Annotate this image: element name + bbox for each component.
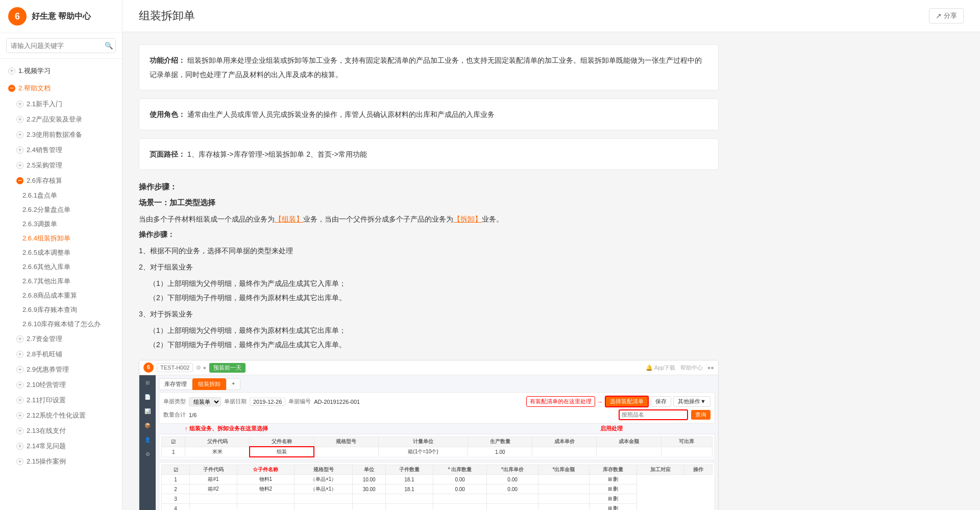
sidebar-label-mobile: 2.8手机旺铺 <box>27 350 62 359</box>
plus-icon-cases: + <box>16 458 23 465</box>
plus-icon-print: + <box>16 397 23 404</box>
search-button[interactable]: 🔍 <box>101 39 116 53</box>
app-tab-bar: 库存管理 组装拆卸 + <box>159 378 715 390</box>
step2-1-text: （1）上部明细为父件明细，最终作为产成品生成其它入库单； <box>139 276 719 290</box>
col-cost: 成本单价 <box>532 437 597 447</box>
sidebar-item-stocktake[interactable]: 2.6.1盘点单 <box>0 188 122 203</box>
sidebar-item-finance[interactable]: + 2.7资金管理 <box>0 331 122 347</box>
app-topbar-icons: ⚙ ● <box>196 365 206 371</box>
sidebar-label-cost-adj: 2.6.5成本调整单 <box>22 249 70 256</box>
form-select-type[interactable]: 组装单 拆卸单 <box>189 397 221 406</box>
sidebar-item-coupon[interactable]: + 2.9优惠券管理 <box>0 362 122 377</box>
logo-text: 好生意 帮助中心 <box>32 11 91 22</box>
plus-icon-finance: + <box>16 335 23 343</box>
sidebar-item-assembly[interactable]: 2.6.4组装拆卸单 <box>0 231 122 246</box>
sidebar-label-coupon: 2.9优惠券管理 <box>27 365 69 374</box>
sidebar-item-other-out[interactable]: 2.6.7其他出库单 <box>0 274 122 288</box>
app-topbar-test: TEST-H002 <box>157 363 193 372</box>
role-block: 使用角色： 通常由生产人员或库管人员完成拆装业务的操作，库管人员确认原材料的出库… <box>139 99 719 130</box>
share-icon: ↗ <box>936 12 942 20</box>
nav-section-help: − 2.帮助文档 + 2.1新手入门 + 2.2产品安装及登录 + 2.3使用前… <box>0 80 122 469</box>
func-intro-text: 组装拆卸单用来处理企业组装或拆卸等加工业务，支持有固定装配清单的产品加工业务，也… <box>150 56 702 79</box>
minus-icon: − <box>8 85 15 92</box>
plus-icon-sales: + <box>16 147 23 154</box>
sidebar-item-help-doc[interactable]: − 2.帮助文档 <box>0 80 122 96</box>
annotation-enable: 启用处理 <box>600 425 623 432</box>
plus-icon-payment: + <box>16 427 23 434</box>
sidebar-label-newbie: 2.1新手入门 <box>27 100 62 109</box>
btn-more[interactable]: 其他操作▼ <box>673 396 710 407</box>
table-row: 4⊞ 删 <box>162 504 713 511</box>
sidebar-item-cost-recalc[interactable]: 2.6.8商品成本重算 <box>0 288 122 303</box>
sidebar-item-stock-error[interactable]: 2.6.10库存账本错了怎么办 <box>0 317 122 331</box>
sidebar-item-video-learning[interactable]: + 1.视频学习 <box>0 63 122 79</box>
app-sidebar-chart: 📊 <box>139 404 156 418</box>
btn-save[interactable]: 保存 <box>651 396 671 407</box>
sidebar-item-sales[interactable]: + 2.4销售管理 <box>0 142 122 158</box>
app-topbar-btn[interactable]: 预装前一天 <box>209 363 246 373</box>
sidebar-item-install[interactable]: + 2.2产品安装及登录 <box>0 112 122 127</box>
form-label-count: 数量合计 <box>163 411 186 419</box>
nav-tree: + 1.视频学习 − 2.帮助文档 + 2.1新手入门 + 2.2产品安装及登录 <box>0 59 122 510</box>
sidebar-item-inventory[interactable]: − 2.6库存核算 <box>0 173 122 188</box>
btn-select-bom[interactable]: 选择装配清单 <box>605 396 649 407</box>
form-label-type: 单据类型 <box>163 398 186 405</box>
btn-query[interactable]: 查询 <box>691 410 710 420</box>
sidebar-label-install: 2.2产品安装及登录 <box>27 115 82 124</box>
table-row: 2 箱#2 物料2 （单品×1） 30.00 18.1 0.00 0.00 <box>162 484 713 494</box>
plus-icon-faq: + <box>16 443 23 450</box>
share-label: 分享 <box>944 11 957 20</box>
search-area: 🔍 <box>0 33 122 59</box>
sidebar-item-transfer[interactable]: 2.6.3调拨单 <box>0 217 122 231</box>
sidebar-item-ops[interactable]: + 2.10经营管理 <box>0 377 122 393</box>
highlight-disassembly: 【拆卸】 <box>453 215 482 223</box>
scene1-title: 场景一：加工类型选择 <box>139 198 719 208</box>
input-product-name[interactable] <box>644 412 685 418</box>
func-intro-label: 功能介绍： <box>150 56 185 64</box>
sidebar-item-split-stocktake[interactable]: 2.6.2分量盘点单 <box>0 203 122 217</box>
sidebar-item-faq[interactable]: + 2.14常见问题 <box>0 439 122 454</box>
ops-steps-section: 操作步骤： 场景一：加工类型选择 当由多个子件材料组装成一个成品的业务为【组装】… <box>139 178 719 510</box>
form-billno-val: AD-20191226-001 <box>314 399 360 405</box>
table-row: 1 米米 组装 箱(1个=10个) 1.00 <box>162 447 713 457</box>
step1-text: 1、根据不同的业务，选择不同单据的类型来处理 <box>139 244 719 258</box>
app-left-sidebar: ⊞ 📄 📊 📦 👤 ⚙ <box>139 375 156 510</box>
plus-icon-data: + <box>16 131 23 138</box>
sidebar-label-split-stocktake: 2.6.2分量盘点单 <box>22 206 70 213</box>
app-form-row2: 数量合计 1/6 按照品名 查询 <box>163 409 710 420</box>
app-tab-plus[interactable]: + <box>226 378 240 390</box>
sidebar-item-custom[interactable]: + 2.12系统个性化设置 <box>0 408 122 423</box>
plus-icon-ops: + <box>16 381 23 388</box>
sidebar-item-purchase[interactable]: + 2.5采购管理 <box>0 158 122 173</box>
sidebar-label-cost-recalc: 2.6.8商品成本重算 <box>22 292 77 299</box>
main-header: 组装拆卸单 ↗ 分享 <box>122 0 980 32</box>
sidebar-item-payment[interactable]: + 2.13在线支付 <box>0 423 122 439</box>
share-button[interactable]: ↗ 分享 <box>929 8 964 23</box>
main-area: 组装拆卸单 ↗ 分享 功能介绍： 组装拆卸单用来处理企业组装或拆卸等加工业务，支… <box>122 0 980 510</box>
annotation-type-select: ↑ 组装业务、拆卸业务在这里选择 <box>185 425 268 432</box>
sidebar-item-cost-adj[interactable]: 2.6.5成本调整单 <box>0 246 122 260</box>
sidebar-item-other-in[interactable]: 2.6.6其他入库单 <box>0 260 122 274</box>
sidebar-label-stock-error: 2.6.10库存账本错了怎么办 <box>22 320 101 328</box>
form-label-date: 单据日期 <box>224 398 247 405</box>
app-tab-manage[interactable]: 库存管理 <box>159 378 192 390</box>
sidebar-item-cases[interactable]: + 2.15操作案例 <box>0 454 122 469</box>
screenshot-container: 6 TEST-H002 ⚙ ● 预装前一天 🔔 App下载 帮助中心 ●● ⊞ … <box>139 360 719 510</box>
sidebar-label-inventory: 2.6库存核算 <box>27 176 62 185</box>
sidebar-item-stock-ledger[interactable]: 2.6.9库存账本查询 <box>0 303 122 317</box>
highlight-assembly: 【组装】 <box>275 215 303 223</box>
sidebar-item-newbie[interactable]: + 2.1新手入门 <box>0 96 122 112</box>
sidebar-item-print[interactable]: + 2.11打印设置 <box>0 393 122 408</box>
col-spec: 规格型号 <box>314 437 378 447</box>
col-avail: 可出库 <box>661 437 712 447</box>
app-tab-assembly[interactable]: 组装拆卸 <box>192 378 226 390</box>
sidebar-label-help: 2.帮助文档 <box>18 84 51 93</box>
nav-children-help: + 2.1新手入门 + 2.2产品安装及登录 + 2.3使用前数据准备 + 2.… <box>0 96 122 469</box>
sidebar-item-mobile[interactable]: + 2.8手机旺铺 <box>0 347 122 362</box>
sidebar-label-stock-ledger: 2.6.9库存账本查询 <box>22 306 77 313</box>
sidebar-item-data-prep[interactable]: + 2.3使用前数据准备 <box>0 127 122 142</box>
search-input[interactable] <box>7 39 101 53</box>
sidebar-label-stocktake: 2.6.1盘点单 <box>22 191 57 199</box>
sidebar-label-transfer: 2.6.3调拨单 <box>22 220 57 228</box>
sidebar-label-faq: 2.14常见问题 <box>27 442 66 451</box>
